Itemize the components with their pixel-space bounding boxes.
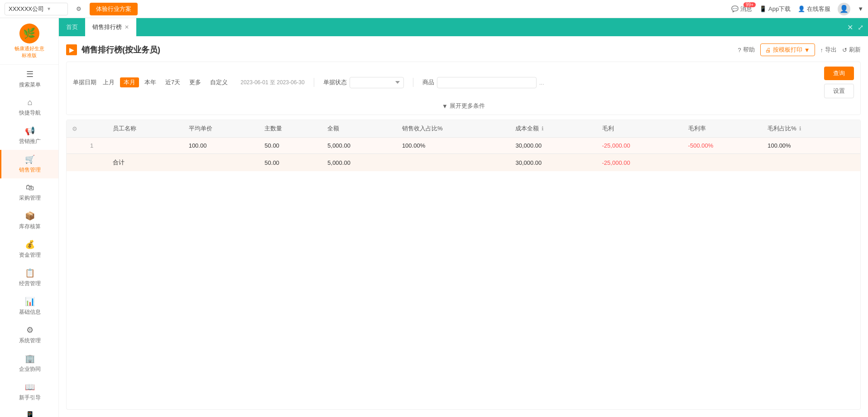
online-service-button[interactable]: 👤 在线客服 (798, 5, 830, 13)
page-header: ▶ 销售排行榜(按业务员) ? 帮助 🖨 按模板打印 ▼ (66, 43, 861, 56)
sidebar-item-marketing[interactable]: 📢 营销推广 (0, 121, 58, 150)
print-arrow-icon: ▼ (804, 47, 810, 53)
sidebar-item-funds[interactable]: 💰 资金管理 (0, 235, 58, 264)
home-icon: ⌂ (28, 98, 33, 107)
sidebar-item-quick-nav[interactable]: ⌂ 快捷导航 (0, 93, 58, 121)
tab-sales-rank[interactable]: 销售排行榜 ✕ (85, 18, 136, 36)
tab-close-all-button[interactable]: ✕ (847, 23, 853, 32)
inventory-icon: 📦 (25, 211, 35, 221)
date-tab-prev-month[interactable]: 上月 (99, 77, 118, 87)
col-profit: 毛利 (597, 120, 683, 138)
profit-pct-info-icon[interactable]: ℹ (799, 125, 801, 132)
expand-button[interactable]: ▼ 展开更多条件 (442, 102, 485, 110)
goods-input[interactable] (437, 77, 537, 88)
goods-more-button[interactable]: ... (539, 79, 544, 86)
service-icon: 👤 (798, 5, 805, 12)
status-select[interactable] (350, 77, 404, 88)
top-settings-button[interactable]: ⚙ (72, 3, 85, 15)
sidebar-item-corp[interactable]: 🏢 企业协同 (0, 349, 58, 378)
row-profit: -25,000.00 (597, 138, 683, 154)
print-icon: 🖨 (765, 47, 771, 53)
refresh-button[interactable]: ↺ 刷新 (842, 46, 861, 54)
tab-close-icon[interactable]: ✕ (125, 24, 129, 30)
sidebar-basic-label: 基础信息 (19, 308, 41, 316)
sidebar-item-system[interactable]: ⚙ 系统管理 (0, 321, 58, 349)
export-button[interactable]: ↑ 导出 (820, 46, 837, 54)
user-avatar[interactable]: 👤 (838, 3, 850, 15)
sidebar-item-guide[interactable]: 📖 新手引导 (0, 378, 58, 406)
sidebar-item-basic[interactable]: 📊 基础信息 (0, 292, 58, 321)
ops-icon: 📋 (25, 268, 35, 278)
tab-bar: 首页 销售排行榜 ✕ ✕ ⤢ (59, 18, 868, 36)
trial-button[interactable]: 体验行业方案 (90, 3, 138, 15)
row-cost: 30,000.00 (510, 138, 596, 154)
tab-home[interactable]: 首页 (59, 18, 85, 36)
app-download-label: App下载 (768, 5, 791, 13)
sidebar-item-appcenter[interactable]: 📱 应用中心 (0, 406, 58, 417)
status-filter: 单据状态 (323, 77, 404, 88)
export-icon: ↑ (820, 47, 824, 53)
query-button[interactable]: 查询 (824, 67, 854, 80)
data-table: ⚙ 员工名称 平均单价 主数量 全额 销售收入占比% 成本全额 ℹ (67, 120, 860, 171)
sidebar-item-ops[interactable]: 📋 经营管理 (0, 264, 58, 292)
date-tab-this-year[interactable]: 本年 (141, 77, 160, 87)
date-filter: 单据日期 上月 本月 本年 近7天 更多 自定义 (73, 77, 231, 87)
sidebar-item-purchase[interactable]: 🛍 采购管理 (0, 178, 58, 206)
collapse-panel-button[interactable]: ▶ (66, 44, 77, 55)
message-button[interactable]: 💬 消息 99+ (731, 5, 752, 13)
date-tab-more[interactable]: 更多 (186, 77, 205, 87)
column-settings-icon[interactable]: ⚙ (72, 125, 77, 132)
top-bar: XXXXXX公司 ▼ ⚙ 体验行业方案 💬 消息 99+ 📱 App下载 👤 在… (0, 0, 868, 18)
table-row: 1 100.00 50.00 5,000.00 100.00% 30,000.0… (67, 138, 860, 154)
col-cost: 成本全额 ℹ (510, 120, 596, 138)
logo-text: 畅康通好生意 标准版 (14, 45, 44, 59)
date-tabs: 上月 本月 本年 近7天 更多 自定义 (99, 77, 231, 87)
row-amount: 5,000.00 (322, 138, 397, 154)
col-rank (85, 120, 107, 138)
marketing-icon: 📢 (25, 126, 35, 136)
expand-row: ▼ 展开更多条件 (73, 102, 854, 110)
help-button[interactable]: ? 帮助 (738, 46, 754, 54)
download-icon: 📱 (759, 5, 767, 12)
row-profit-pct: 100.00% (762, 138, 860, 154)
user-name[interactable]: ▼ (858, 5, 863, 12)
table-header-row: ⚙ 员工名称 平均单价 主数量 全额 销售收入占比% 成本全额 ℹ (67, 120, 860, 138)
filter-divider-2 (413, 78, 413, 87)
sidebar-sales-label: 销售管理 (19, 166, 41, 174)
date-tab-custom[interactable]: 自定义 (206, 77, 231, 87)
app-download-button[interactable]: 📱 App下载 (759, 5, 791, 13)
data-table-wrapper: ⚙ 员工名称 平均单价 主数量 全额 销售收入占比% 成本全额 ℹ (66, 120, 861, 410)
filter-bar: 单据日期 上月 本月 本年 近7天 更多 自定义 2023-06-0 (66, 62, 861, 115)
print-button[interactable]: 🖨 按模板打印 ▼ (760, 43, 815, 56)
tab-bar-right: ✕ ⤢ (847, 23, 868, 32)
sidebar-item-search[interactable]: ☰ 搜索菜单 (0, 65, 58, 93)
footer-amount: 5,000.00 (322, 154, 397, 172)
corp-icon: 🏢 (25, 354, 35, 364)
cost-info-icon[interactable]: ℹ (542, 125, 544, 132)
goods-label: 商品 (422, 78, 434, 86)
footer-profit-rate (683, 154, 762, 172)
export-label: 导出 (825, 46, 837, 54)
settings-side-button[interactable]: 设置 (824, 84, 854, 98)
col-name: 员工名称 (107, 120, 183, 138)
date-tab-last7[interactable]: 近7天 (162, 77, 184, 87)
sidebar-marketing-label: 营销推广 (19, 138, 41, 145)
funds-icon: 💰 (25, 240, 35, 249)
tab-expand-button[interactable]: ⤢ (858, 23, 863, 32)
date-tab-this-month[interactable]: 本月 (120, 77, 139, 87)
sidebar-item-inventory[interactable]: 📦 库存核算 (0, 206, 58, 235)
company-name: XXXXXX公司 (9, 5, 44, 13)
sidebar-item-sales[interactable]: 🛒 销售管理 (0, 150, 58, 178)
company-arrow-icon: ▼ (47, 6, 51, 11)
table-footer-row: 合计 50.00 5,000.00 30,000.00 -25,000.00 (67, 154, 860, 172)
col-avg-price: 平均单价 (183, 120, 259, 138)
status-label: 单据状态 (323, 78, 347, 86)
help-icon: ? (738, 47, 741, 53)
sidebar-ops-label: 经营管理 (19, 280, 41, 288)
query-actions: 查询 设置 (824, 67, 854, 98)
sidebar-purchase-label: 采购管理 (19, 194, 41, 202)
expand-label: 展开更多条件 (450, 102, 485, 110)
refresh-label: 刷新 (849, 46, 861, 54)
date-label: 单据日期 (73, 78, 96, 86)
company-selector[interactable]: XXXXXX公司 ▼ (5, 3, 68, 15)
